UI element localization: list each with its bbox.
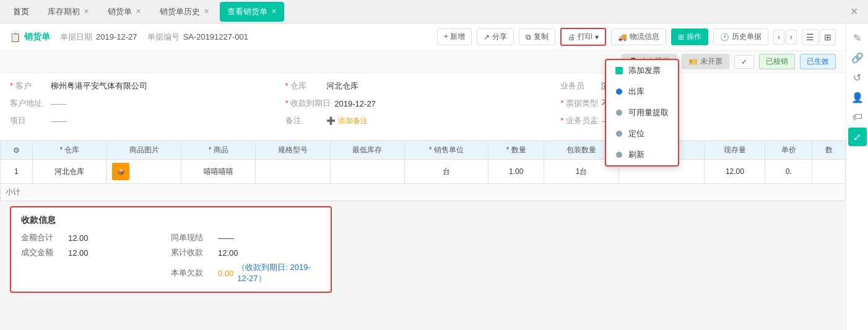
operations-button[interactable]: ⊞ 操作 bbox=[671, 28, 708, 45]
notes-field: 备注 ➕ 添加备注 bbox=[285, 115, 561, 126]
settlement-row: 同单现结 —— bbox=[171, 232, 321, 243]
col-image: 商品图片 bbox=[106, 141, 181, 160]
warehouse-label: 仓库 bbox=[285, 80, 323, 92]
history-icon: 🕐 bbox=[720, 33, 729, 41]
row-sales-unit: 台 bbox=[404, 160, 488, 184]
table-header-row: ⚙ * 仓库 商品图片 * 商品 规格型号 最低库存 * 销售单位 * 数量 包… bbox=[1, 141, 846, 160]
project-label: 项目 bbox=[10, 115, 47, 126]
payment-date-label: 收款到期日 bbox=[285, 98, 331, 109]
cumulative-label: 累计收款 bbox=[171, 247, 214, 258]
check-icon: ✓ bbox=[741, 58, 747, 66]
employee-value: 演示账号 bbox=[601, 80, 633, 92]
list-view-button[interactable]: ☰ bbox=[802, 29, 818, 45]
warehouse-value: 河北仓库 bbox=[326, 80, 358, 92]
print-icon: 🖨 bbox=[568, 33, 575, 41]
row-spec bbox=[256, 160, 330, 184]
row-extra bbox=[812, 160, 846, 184]
number-label: 单据编号 bbox=[147, 32, 180, 43]
window-close-button[interactable]: ✕ bbox=[845, 3, 863, 20]
col-warehouse: * 仓库 bbox=[32, 141, 106, 160]
status-bar: 📱 来自手机 🎫 未开票 ✓ 已核销 已生效 bbox=[0, 51, 846, 73]
row-unit-price: 0. bbox=[765, 160, 812, 184]
inventory-init-label: 库存期初 bbox=[48, 6, 80, 17]
prev-button[interactable]: ‹ bbox=[773, 30, 784, 45]
sales-order-label: 销货单 bbox=[108, 6, 132, 17]
tab-view-sales[interactable]: 查看销货单 ✕ bbox=[220, 2, 284, 22]
print-button[interactable]: 🖨 打印 ▾ bbox=[560, 28, 606, 46]
plus-icon: ➕ bbox=[326, 116, 336, 125]
main-content: 📋 销货单 单据日期 2019-12-27 单据编号 SA-20191227-0… bbox=[0, 24, 846, 298]
sidebar-user-icon[interactable]: 👤 bbox=[848, 88, 867, 106]
copy-button[interactable]: ⧉ 复制 bbox=[519, 28, 555, 45]
col-quantity: * 数量 bbox=[488, 141, 544, 160]
col-available: 可用量（... bbox=[618, 141, 705, 160]
due-row: 本单欠款 0.00 （收款到期日: 2019-12-27） bbox=[171, 262, 321, 284]
customer-addr-field: 客户地址 —— bbox=[10, 98, 285, 109]
header-actions: + 新增 ↗ 分享 ⧉ 复制 🖨 打印 ▾ 🚚 物流信息 ⊞ 操作 bbox=[437, 28, 836, 46]
col-spec: 规格型号 bbox=[256, 141, 330, 160]
from-phone-button[interactable]: 📱 来自手机 bbox=[622, 54, 677, 69]
payment-title: 收款信息 bbox=[21, 215, 321, 226]
history-button[interactable]: 🕐 历史单据 bbox=[713, 28, 768, 45]
customer-label: 客户 bbox=[10, 80, 47, 92]
col-extra: 数 bbox=[812, 141, 846, 160]
col-current-stock: 现存量 bbox=[705, 141, 765, 160]
sidebar-tag-icon[interactable]: 🏷 bbox=[848, 108, 867, 126]
due-label: 本单欠款 bbox=[171, 267, 214, 279]
customer-value: 柳州粤港平安气体有限公司 bbox=[51, 80, 147, 92]
transaction-row: 成交金额 12.00 bbox=[21, 247, 171, 258]
check-button[interactable]: ✓ bbox=[734, 55, 754, 69]
employee-label: 业务员 bbox=[560, 80, 597, 92]
new-button[interactable]: + 新增 bbox=[437, 28, 472, 45]
ticket-type-label: 票据类型 bbox=[560, 98, 598, 109]
form-row-3: 项目 —— 备注 ➕ 添加备注 业务员盂 —— bbox=[10, 115, 836, 126]
home-label: 首页 bbox=[13, 6, 29, 17]
not-opened-button[interactable]: 🎫 未开票 bbox=[682, 54, 729, 69]
settlement-value: —— bbox=[218, 233, 234, 243]
form-row-1: 客户 柳州粤港平安气体有限公司 仓库 河北仓库 业务员 演示账号 bbox=[10, 80, 836, 92]
table-container: ⚙ * 仓库 商品图片 * 商品 规格型号 最低库存 * 销售单位 * 数量 包… bbox=[0, 141, 846, 201]
row-current-stock: 12.00 bbox=[705, 160, 765, 184]
customer-field: 客户 柳州粤港平安气体有限公司 bbox=[10, 80, 285, 92]
sidebar-edit-icon[interactable]: ✎ bbox=[848, 28, 867, 47]
view-toggle: ☰ ⊞ bbox=[802, 29, 836, 45]
ticket-type-value: 不开票 bbox=[602, 98, 626, 109]
employee-field: 业务员 演示账号 bbox=[560, 80, 836, 92]
ticket-icon: 🎫 bbox=[688, 58, 698, 66]
doc-number-meta: 单据编号 SA-20191227-001 bbox=[147, 32, 249, 43]
payment-grid: 金额合计 12.00 同单现结 —— 成交金额 12.00 累计收款 12.00… bbox=[21, 232, 321, 284]
tab-close-inventory[interactable]: ✕ bbox=[84, 7, 89, 15]
add-note-button[interactable]: ➕ 添加备注 bbox=[326, 116, 368, 126]
grid-view-button[interactable]: ⊞ bbox=[820, 29, 836, 45]
doc-title: 📋 销货单 bbox=[10, 32, 50, 43]
logistics-button[interactable]: 🚚 物流信息 bbox=[611, 28, 666, 45]
view-sales-label: 查看销货单 bbox=[227, 6, 267, 17]
form-row-2: 客户地址 —— 收款到期日 2019-12-27 票据类型 不开票 bbox=[10, 98, 836, 109]
document-header: 📋 销货单 单据日期 2019-12-27 单据编号 SA-20191227-0… bbox=[0, 24, 846, 51]
due-note: （收款到期日: 2019-12-27） bbox=[237, 262, 321, 284]
row-pack-qty: 1台 bbox=[544, 160, 618, 184]
sidebar-rotate-icon[interactable]: ↺ bbox=[848, 68, 867, 87]
tab-home[interactable]: 首页 bbox=[5, 2, 37, 22]
share-icon: ↗ bbox=[484, 33, 490, 41]
share-button[interactable]: ↗ 分享 bbox=[477, 28, 514, 45]
tab-close-sales[interactable]: ✕ bbox=[136, 7, 141, 15]
total-amount-row: 金额合计 12.00 bbox=[21, 232, 171, 243]
tab-close-history[interactable]: ✕ bbox=[204, 7, 209, 15]
row-warehouse: 河北仓库 bbox=[32, 160, 106, 184]
form-area: 客户 柳州粤港平安气体有限公司 仓库 河北仓库 业务员 演示账号 客户地址 ——… bbox=[0, 73, 846, 141]
copy-icon: ⧉ bbox=[526, 33, 531, 41]
col-settings[interactable]: ⚙ bbox=[1, 141, 33, 160]
col-product: * 商品 bbox=[181, 141, 256, 160]
row-available bbox=[618, 160, 705, 184]
next-button[interactable]: › bbox=[786, 30, 797, 45]
tab-sales-history[interactable]: 销货单历史 ✕ bbox=[152, 2, 217, 22]
tab-close-view-sales[interactable]: ✕ bbox=[271, 7, 277, 15]
customer-addr-value: —— bbox=[51, 99, 67, 108]
tab-inventory-init[interactable]: 库存期初 ✕ bbox=[40, 2, 97, 22]
row-min-stock bbox=[330, 160, 404, 184]
biz-employee-value: —— bbox=[602, 116, 618, 126]
tab-sales-order[interactable]: 销货单 ✕ bbox=[100, 2, 149, 22]
sidebar-expand-icon[interactable]: ⤢ bbox=[848, 128, 867, 146]
sidebar-link-icon[interactable]: 🔗 bbox=[848, 48, 867, 67]
